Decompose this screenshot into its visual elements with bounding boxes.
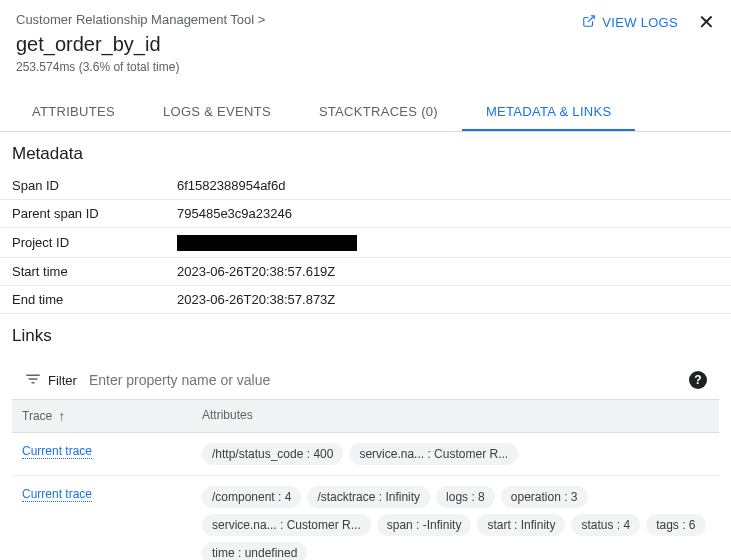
attribute-chip[interactable]: start : Infinity [477,514,565,536]
attribute-chip[interactable]: service.na... : Customer R... [202,514,371,536]
svg-line-0 [588,15,594,21]
metadata-heading: Metadata [0,132,731,172]
table-row: Start time 2023-06-26T20:38:57.619Z [0,257,731,285]
parent-span-id-label: Parent span ID [0,200,165,228]
attribute-chip[interactable]: /component : 4 [202,486,301,508]
open-external-icon [582,14,596,31]
close-icon: ✕ [698,11,715,33]
page-title: get_order_by_id [16,33,715,56]
trace-link[interactable]: Current trace [22,487,92,502]
tab-stacktraces[interactable]: STACKTRACES (0) [295,94,462,131]
attribute-chip[interactable]: operation : 3 [501,486,588,508]
attribute-chip[interactable]: tags : 6 [646,514,705,536]
column-attributes[interactable]: Attributes [192,400,719,432]
column-trace[interactable]: Trace ↑ [12,400,192,432]
attribute-chip[interactable]: span : -Infinity [377,514,472,536]
parent-span-id-value: 795485e3c9a23246 [165,200,731,228]
timing-subtitle: 253.574ms (3.6% of total time) [16,60,715,74]
filter-icon [24,370,42,391]
table-row: Parent span ID 795485e3c9a23246 [0,200,731,228]
filter-input[interactable] [89,372,677,388]
attribute-chip[interactable]: /http/status_code : 400 [202,443,343,465]
view-logs-label: VIEW LOGS [602,15,678,30]
attributes-cell: /http/status_code : 400service.na... : C… [192,443,719,465]
start-time-value: 2023-06-26T20:38:57.619Z [165,257,731,285]
table-row: Span ID 6f1582388954af6d [0,172,731,200]
attribute-chip[interactable]: service.na... : Customer R... [349,443,518,465]
table-row: Project ID [0,228,731,258]
project-id-label: Project ID [0,228,165,258]
table-row: Current trace/http/status_code : 400serv… [12,433,719,476]
tab-attributes[interactable]: ATTRIBUTES [8,94,139,131]
attributes-cell: /component : 4/stacktrace : Infinitylogs… [192,486,719,560]
links-heading: Links [0,314,731,354]
filter-label-text: Filter [48,373,77,388]
end-time-label: End time [0,285,165,313]
attribute-chip[interactable]: status : 4 [571,514,640,536]
view-logs-button[interactable]: VIEW LOGS [582,14,678,31]
span-id-label: Span ID [0,172,165,200]
trace-link[interactable]: Current trace [22,444,92,459]
close-button[interactable]: ✕ [698,12,715,32]
project-id-redacted [177,235,357,251]
span-id-value: 6f1582388954af6d [165,172,731,200]
tab-logs-events[interactable]: LOGS & EVENTS [139,94,295,131]
links-table-header: Trace ↑ Attributes [12,400,719,433]
tabs: ATTRIBUTES LOGS & EVENTS STACKTRACES (0)… [0,94,731,132]
end-time-value: 2023-06-26T20:38:57.873Z [165,285,731,313]
attribute-chip[interactable]: logs : 8 [436,486,495,508]
column-trace-label: Trace [22,409,52,423]
table-row: End time 2023-06-26T20:38:57.873Z [0,285,731,313]
filter-label: Filter [24,370,77,391]
start-time-label: Start time [0,257,165,285]
tab-metadata-links[interactable]: METADATA & LINKS [462,94,635,131]
sort-arrow-up-icon: ↑ [58,408,65,424]
attribute-chip[interactable]: time : undefined [202,542,307,560]
table-row: Current trace/component : 4/stacktrace :… [12,476,719,560]
metadata-table: Span ID 6f1582388954af6d Parent span ID … [0,172,731,314]
help-icon[interactable]: ? [689,371,707,389]
attribute-chip[interactable]: /stacktrace : Infinity [307,486,430,508]
